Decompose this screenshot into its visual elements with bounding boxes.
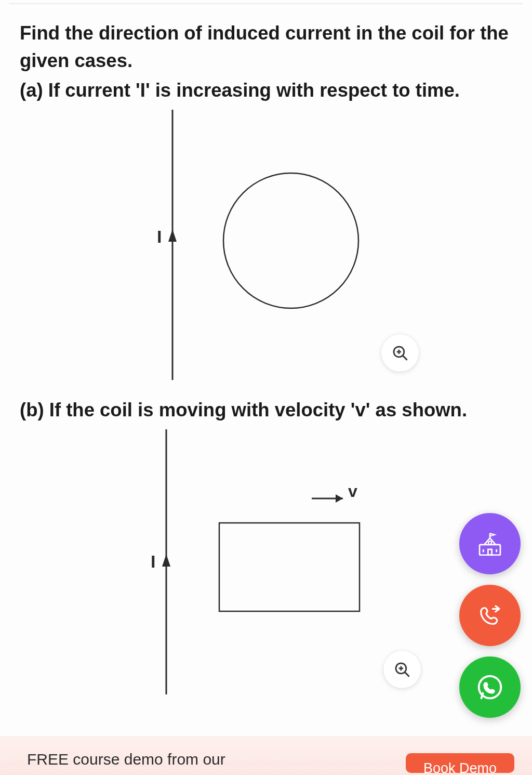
zoom-button-b[interactable]	[383, 651, 421, 688]
svg-marker-1	[168, 229, 177, 242]
cta-label: Book Demo	[423, 760, 497, 773]
banner-text: FREE course demo from our	[27, 751, 225, 768]
svg-rect-17	[488, 549, 491, 555]
book-demo-button[interactable]: Book Demo	[406, 753, 514, 773]
call-forward-icon	[475, 600, 505, 630]
zoom-in-icon	[391, 344, 409, 362]
svg-marker-8	[162, 554, 170, 567]
question-part-a: (a) If current 'I' is increasing with re…	[20, 77, 512, 104]
svg-point-2	[223, 173, 358, 308]
question-part-b: (b) If the coil is moving with velocity …	[20, 397, 512, 424]
school-icon	[475, 529, 505, 559]
whatsapp-icon	[474, 671, 506, 703]
velocity-label: v	[348, 482, 357, 501]
question-content: Find the direction of induced current in…	[0, 4, 532, 700]
zoom-in-icon	[393, 661, 411, 678]
zoom-button-a[interactable]	[381, 334, 419, 372]
diagram-a: I	[79, 110, 453, 395]
call-fab[interactable]	[459, 585, 521, 646]
question-intro: Find the direction of induced current in…	[20, 20, 512, 75]
school-fab[interactable]	[459, 513, 521, 574]
svg-point-20	[488, 541, 491, 544]
current-label-b: I	[151, 551, 155, 571]
svg-line-4	[403, 356, 407, 359]
svg-line-13	[405, 672, 409, 676]
fab-stack	[459, 513, 521, 718]
svg-marker-11	[336, 494, 343, 503]
bottom-banner: FREE course demo from our Book Demo	[0, 736, 532, 775]
current-label: I	[157, 227, 162, 246]
svg-rect-9	[219, 523, 360, 611]
whatsapp-fab[interactable]	[459, 656, 521, 718]
diagram-b: I v	[79, 429, 453, 700]
